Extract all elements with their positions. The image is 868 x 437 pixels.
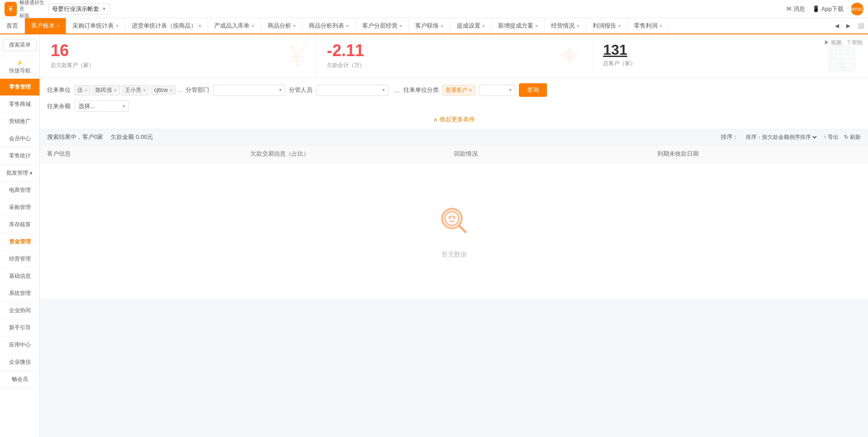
sidebar-item-operations[interactable]: 经营管理 [0,251,39,268]
help-icon: ? [847,39,850,46]
tab-retail-profit[interactable]: 零售利润 × [628,18,669,33]
tab-business-status[interactable]: 经营情况 × [545,18,586,33]
balance-filter-select[interactable]: 选择... [74,100,129,112]
remove-tag-wang[interactable]: × [143,87,146,93]
svg-point-1 [445,212,459,225]
tab-profit-report[interactable]: 利润报告 × [586,18,628,33]
close-tab-icon[interactable]: × [482,23,485,28]
collapse-button[interactable]: ∧ 收起更多条件 [433,115,475,124]
app-download-button[interactable]: 📱 App下载 [812,5,844,13]
top-header: ¥ 畅捷通好生意 标版 母婴行业演示帐套 ▼ ✉ 消息 📱 App下载 demo… [0,0,868,18]
stat-total-customers-value: 131 [603,43,627,57]
sidebar-item-system[interactable]: 系统管理 [0,285,39,302]
sidebar-item-retail-stats[interactable]: 零售统计 [0,147,39,165]
filter-more-tags[interactable]: ... [177,87,182,93]
table-body: 暂无数据 [40,163,868,299]
messages-button[interactable]: ✉ 消息 [786,5,805,13]
close-tab-icon[interactable]: × [618,23,621,28]
sidebar-item-basic-info[interactable]: 基础信息 [0,268,39,285]
tab-inbound-stats[interactable]: 进货单统计表（按商品） × [125,18,208,33]
remove-tag-normal[interactable]: × [469,87,472,93]
person-filter-select[interactable] [316,85,388,96]
logo-icon: ¥ [5,2,17,16]
unit-classify-tags: 普通客户 × [442,85,475,95]
avatar[interactable]: demo2 [851,3,863,15]
export-icon: ↑ [824,134,826,140]
tab-product-analysis-list[interactable]: 商品分析列表 × [302,18,355,33]
sidebar-item-finance[interactable]: 资金管理 [0,233,39,251]
tab-purchase-order-stats[interactable]: 采购订单统计表 × [66,18,125,33]
filter-tag-chen: 陈民强 × [92,85,120,95]
refresh-icon: ↻ [844,134,849,140]
sidebar-item-retail-mall[interactable]: 零售商城 [0,96,39,113]
remove-tag-chen[interactable]: × [114,87,116,93]
remove-tag-cjttcw[interactable]: × [169,87,172,93]
sidebar-item-ecommerce[interactable]: 电商管理 [0,182,39,199]
close-tab-icon[interactable]: × [399,23,402,28]
sidebar-item-enterprise[interactable]: 企业协同 [0,302,39,319]
close-tab-icon[interactable]: × [659,23,662,28]
sidebar-item-retail-management[interactable]: 零售管理 [0,79,39,96]
balance-filter-label: 往来余额 [47,102,71,110]
nav-expand-icon[interactable]: ⬜ [854,20,868,32]
data-table: 客户信息 欠款交易信息（占比） 回款情况 到期未收款日期 [40,145,868,299]
sidebar: 搜索菜单 ⚡ 快捷导航 零售管理 零售商城 营销推广 会员中心 零售统计 批发管… [0,34,40,437]
close-tab-icon[interactable]: × [576,23,579,28]
logo-area: ¥ 畅捷通好生意 标版 [5,0,44,19]
search-menu-button[interactable]: 搜索菜单 [3,39,37,51]
sidebar-quick-nav[interactable]: ⚡ 快捷导航 [0,56,39,79]
account-selector[interactable]: 母婴行业演示帐套 ▼ [48,4,110,14]
close-tab-icon[interactable]: × [198,23,201,28]
sidebar-item-app-center[interactable]: 应用中心 [0,337,39,354]
video-help-link[interactable]: ▶ 视频 [824,39,842,47]
stat-overdue-customers-value: 16 [51,43,69,59]
tab-product-analysis[interactable]: 商品分析 × [261,18,302,33]
sidebar-item-wholesale[interactable]: 批发管理 ▼ [0,165,39,182]
help-link[interactable]: ? 帮助 [847,39,863,47]
sidebar-item-inventory[interactable]: 库存核算 [0,216,39,233]
col-overdue-info: 欠款交易信息（占比） [250,150,454,158]
empty-illustration [436,203,472,239]
export-button[interactable]: ↑ 导出 [824,133,839,141]
refresh-button[interactable]: ↻ 刷新 [844,133,861,141]
person-filter-wrap [316,85,388,96]
close-tab-icon[interactable]: × [115,23,118,28]
nav-right-arrow[interactable]: ▶ [843,20,854,32]
tab-customer-contact[interactable]: 客户联络 × [409,18,450,33]
tab-commission-settings[interactable]: 提成设置 × [451,18,492,33]
sidebar-item-wechat[interactable]: 企业微信 [0,354,39,371]
sidebar-item-purchase[interactable]: 采购管理 [0,199,39,216]
sidebar-item-guide[interactable]: 新手引导 [0,319,39,337]
svg-line-2 [459,226,465,232]
logo-text: 畅捷通好生意 标版 [19,0,44,19]
nav-scroll-arrows: ◀ ▶ ⬜ [831,20,868,32]
nav-left-arrow[interactable]: ◀ [831,20,843,32]
tab-customer-tier[interactable]: 客户分层经营 × [356,18,409,33]
dept-filter-wrap [213,85,285,96]
close-tab-icon[interactable]: × [535,23,538,28]
tab-production-inbound[interactable]: 产成品入库单 × [208,18,261,33]
tab-customer-ledger[interactable]: 客户账本 × [25,18,66,33]
filter-row-2: 往来余额 选择... [47,100,861,112]
tab-add-commission[interactable]: 新增提成方案 × [492,18,545,33]
stats-bar: 16 总欠款客户（家） ¥ -2.11 欠款合计（万） ✦ 131 总客户（家）… [40,34,868,78]
result-left: 搜索结果中，客户0家 欠款金额 0.00元 [47,133,153,141]
unit-classify-select[interactable] [479,85,515,96]
person-filter-more[interactable]: ... [394,86,400,94]
stat-bg-yuan-icon: ¥ [289,38,307,74]
close-tab-icon[interactable]: × [293,23,296,28]
dept-filter-select[interactable] [213,85,285,96]
close-tab-icon[interactable]: × [441,23,443,28]
filter-tag-cjttcw: cjttcw × [151,86,175,95]
sort-select[interactable]: 排序：按欠款金额倒序排序 [744,133,818,141]
sidebar-item-member-center[interactable]: 会员中心 [0,130,39,147]
close-tab-icon[interactable]: × [57,23,59,28]
home-tab[interactable]: 首页 [0,18,25,33]
query-button[interactable]: 查询 [519,83,547,97]
remove-tag-wu[interactable]: × [85,87,87,93]
close-tab-icon[interactable]: × [346,23,349,28]
header-right: ✉ 消息 📱 App下载 demo2 [786,3,863,15]
close-tab-icon[interactable]: × [251,23,254,28]
sidebar-item-member[interactable]: 畅会员 [0,371,39,388]
sidebar-item-marketing[interactable]: 营销推广 [0,113,39,130]
